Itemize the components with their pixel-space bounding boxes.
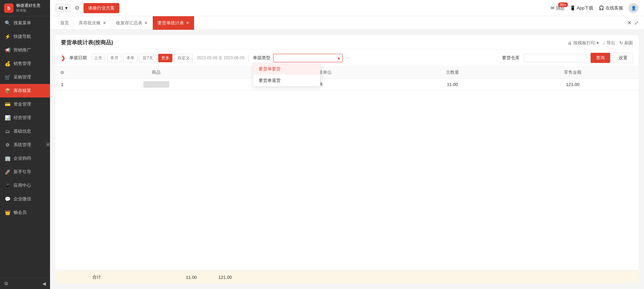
sidebar-item-basic[interactable]: 🗂 基础信息: [0, 125, 50, 138]
app-download-label: App下载: [577, 5, 593, 11]
sidebar-item-purchase[interactable]: 🛒 采购管理: [0, 70, 50, 84]
sidebar-label-guide: 新手引导: [14, 169, 31, 175]
sidebar-label-member: 畅会员: [14, 209, 27, 216]
page-title: 要货单统计表(按商品): [61, 39, 113, 46]
settings-btn[interactable]: 设置: [613, 53, 633, 63]
warehouse-label: 要货仓库: [502, 55, 520, 61]
row-goods-0: ████: [69, 79, 244, 90]
system-icon: ⚙: [4, 141, 11, 148]
print-icon: 🖨: [568, 40, 572, 45]
sidebar-scroll-down[interactable]: ▼: [46, 142, 50, 147]
table-body: 1 ████ 块 11.00 121.00: [55, 79, 639, 90]
sidebar-collapse-icon[interactable]: ◀: [42, 281, 46, 286]
export-btn[interactable]: ↓ 导出: [603, 40, 616, 46]
basic-icon: 🗂: [4, 128, 11, 135]
print-btn[interactable]: 🖨 按模板打印 ▾: [568, 40, 599, 46]
table-scroll: ⚙商品主计量单位主数量零售金额 1 ████ 块 11.00 121.00: [55, 67, 639, 270]
dropdown-arrow-icon: ▾: [65, 5, 68, 10]
guide-icon: 🚀: [4, 169, 11, 175]
filter-divider-1: [248, 54, 249, 61]
date-last-7-days[interactable]: 近7天: [140, 54, 156, 62]
online-service-btn[interactable]: 🎧 在线客服: [599, 5, 623, 11]
tab-receivable[interactable]: 收发存汇总表✕: [111, 16, 153, 30]
filter-bar: ❯ 单据日期 上月 本月 本年 近7天 更多 自定义 2023-05-06 至 …: [55, 49, 639, 67]
type-filter-area: 单据类型 ▲ 要货单要货要货单退货 ···: [253, 54, 498, 62]
message-badge: 99+: [558, 2, 568, 7]
sales-icon: 💰: [4, 60, 11, 67]
table-container: ⚙商品主计量单位主数量零售金额 1 ████ 块 11.00 121.00 合计: [55, 67, 639, 284]
tab-close-receivable[interactable]: ✕: [144, 21, 148, 25]
type-select-arrow[interactable]: ▲: [337, 55, 341, 60]
sidebar-label-inventory: 库存核算: [14, 88, 31, 94]
sidebar-label-sales: 销售管理: [14, 61, 31, 67]
filter-more-icon[interactable]: ···: [345, 55, 350, 61]
tab-home[interactable]: 首页: [55, 16, 74, 30]
tab-label-receivable: 收发存汇总表: [116, 20, 142, 26]
dropdown-item-order_return[interactable]: 要货单退货: [253, 75, 320, 86]
sidebar-label-system: 系统管理: [14, 142, 31, 148]
sidebar-item-marketing[interactable]: 📢 营销推广: [0, 43, 50, 57]
tab-close-order_stats[interactable]: ✕: [186, 21, 189, 25]
company-dropdown[interactable]: 41 ▾: [55, 4, 71, 12]
messages-btn[interactable]: ✉ 消息 99+: [551, 5, 565, 11]
operation-icon: 📊: [4, 114, 11, 121]
footer-label: 合计: [92, 274, 101, 280]
service-icon: 🎧: [599, 5, 604, 10]
sidebar-item-member[interactable]: 👑 畅会员: [0, 206, 50, 219]
sidebar-label-marketing: 营销推广: [14, 47, 31, 53]
sidebar-item-inventory[interactable]: 📦 库存核算: [0, 84, 50, 97]
date-more-btn[interactable]: 更多: [158, 54, 172, 62]
sidebar-item-search[interactable]: 🔍 搜索菜单: [0, 16, 50, 30]
sidebar-label-enterprise: 企业协同: [14, 155, 31, 161]
close-tab-btn[interactable]: ✕: [627, 20, 631, 26]
dropdown-item-order_goods[interactable]: 要货单要货: [253, 63, 320, 75]
warehouse-input[interactable]: [524, 54, 587, 62]
page-actions: 🖨 按模板打印 ▾ ↓ 导出 ↻ 刷新: [568, 40, 634, 46]
sidebar-item-enterprise[interactable]: 🏢 企业协同: [0, 152, 50, 165]
member-icon: 👑: [4, 209, 11, 216]
appstore-icon: 📱: [4, 182, 11, 189]
sidebar-item-sales[interactable]: 💰 销售管理: [0, 57, 50, 70]
user-avatar[interactable]: 👤: [628, 3, 639, 13]
purchase-icon: 🛒: [4, 74, 11, 81]
row-amount-0: 121.00: [507, 79, 639, 90]
content-card: 要货单统计表(按商品) 🖨 按模板打印 ▾ ↓ 导出 ↻ 刷新: [55, 35, 639, 284]
sidebar-label-operation: 经营管理: [14, 115, 31, 121]
date-range: 2023-05-06 至 2023-06-06: [197, 55, 244, 61]
sidebar-item-wechat[interactable]: 💬 企业微信: [0, 192, 50, 206]
date-this-month[interactable]: 本月: [107, 54, 121, 62]
app-download-btn[interactable]: 📱 App下载: [570, 5, 593, 11]
type-select-input[interactable]: [273, 54, 343, 62]
sidebar-item-appstore[interactable]: 📱 应用中心: [0, 179, 50, 192]
refresh-btn[interactable]: ↻ 刷新: [619, 40, 633, 46]
expand-tabs-btn[interactable]: ⤢: [634, 20, 639, 26]
finance-icon: 💳: [4, 101, 11, 108]
settings-icon[interactable]: ⚙: [60, 70, 64, 75]
row-qty-0: 11.00: [398, 79, 507, 90]
sidebar-item-operation[interactable]: 📊 经营管理: [0, 111, 50, 125]
app-download-icon: 📱: [570, 5, 575, 10]
filter-expand-btn[interactable]: ❯: [61, 55, 65, 61]
header-gear-icon[interactable]: ⚙: [75, 5, 79, 11]
date-custom[interactable]: 自定义: [174, 54, 193, 62]
tab-order_stats[interactable]: 要货单统计表✕: [153, 16, 194, 30]
date-last-month[interactable]: 上月: [91, 54, 105, 62]
tab-close-batch[interactable]: ✕: [103, 21, 106, 25]
date-this-year[interactable]: 本年: [123, 54, 138, 62]
sidebar-item-system[interactable]: ⚙ 系统管理: [0, 138, 50, 152]
sidebar-item-shortcut[interactable]: ⚡ 快捷导航: [0, 30, 50, 43]
print-arrow-icon: ▾: [597, 40, 599, 45]
sidebar-item-finance[interactable]: 💳 资金管理: [0, 97, 50, 111]
tab-batch[interactable]: 库存批次账✕: [74, 16, 111, 30]
tabs-bar: 首页库存批次账✕收发存汇总表✕要货单统计表✕ ✕ ⤢: [50, 16, 644, 30]
row-no-0: 1: [55, 79, 69, 90]
col-header-4: 零售金额: [507, 67, 639, 79]
query-btn[interactable]: 查询: [591, 53, 610, 63]
col-header-0: ⚙: [55, 67, 69, 79]
trial-btn[interactable]: 体验行业方案: [84, 3, 119, 13]
sidebar-item-guide[interactable]: 🚀 新手引导: [0, 165, 50, 179]
col-header-3: 主数量: [398, 67, 507, 79]
sidebar-settings-icon[interactable]: ⚙: [4, 281, 8, 286]
header-right: ✉ 消息 99+ 📱 App下载 🎧 在线客服 👤: [551, 3, 639, 13]
type-dropdown-menu: 要货单要货要货单退货: [253, 63, 320, 87]
